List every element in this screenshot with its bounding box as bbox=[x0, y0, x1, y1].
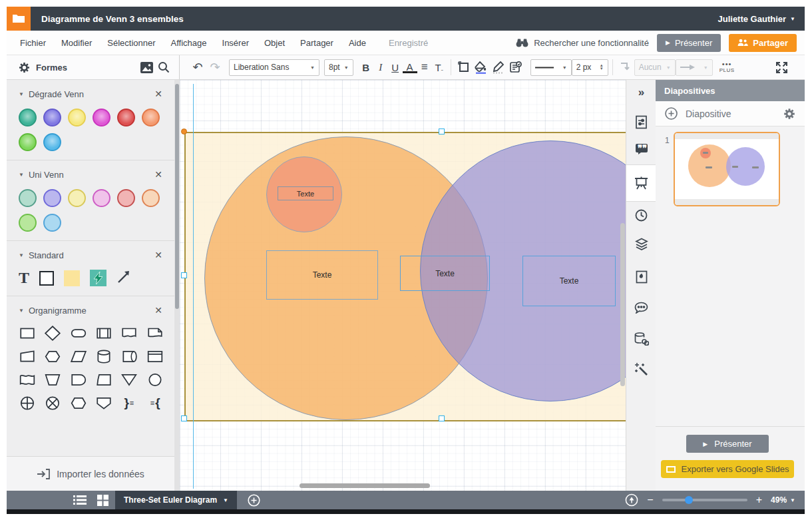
menu-partager[interactable]: Partager bbox=[300, 38, 333, 48]
page-settings-icon[interactable] bbox=[626, 112, 656, 132]
text-shape[interactable]: Texte bbox=[266, 250, 378, 300]
selection-handle[interactable] bbox=[181, 415, 187, 421]
venn-swatch-4[interactable] bbox=[117, 109, 135, 127]
text-options-button[interactable]: T˗ bbox=[432, 62, 447, 73]
close-section-icon[interactable]: ✕ bbox=[154, 169, 162, 180]
font-color-button[interactable]: A bbox=[403, 61, 417, 73]
menu-fichier[interactable]: Fichier bbox=[20, 38, 46, 48]
venn-swatch-3[interactable] bbox=[93, 109, 110, 127]
selection-handle[interactable] bbox=[439, 129, 445, 134]
shape-circle-icon[interactable] bbox=[146, 371, 164, 388]
close-section-icon[interactable]: ✕ bbox=[154, 89, 162, 99]
venn-swatch-2[interactable] bbox=[68, 189, 86, 207]
zoom-slider-thumb[interactable] bbox=[685, 496, 693, 504]
line-style-select[interactable]: ▼ bbox=[530, 59, 572, 76]
layers-icon[interactable] bbox=[626, 234, 656, 254]
close-section-icon[interactable]: ✕ bbox=[154, 250, 162, 260]
zoom-out-icon[interactable]: − bbox=[647, 494, 653, 506]
shape-cylinder-icon[interactable] bbox=[95, 348, 112, 365]
arrow-end-select[interactable]: ▼ bbox=[676, 59, 713, 76]
shape-card-icon[interactable] bbox=[95, 371, 112, 388]
fullscreen-icon[interactable] bbox=[773, 59, 790, 76]
app-logo-icon[interactable] bbox=[7, 7, 31, 31]
selection-handle[interactable] bbox=[181, 272, 187, 278]
fill-color-icon[interactable] bbox=[473, 59, 490, 76]
notes-icon[interactable]: ❞❞ bbox=[626, 138, 656, 158]
underline-button[interactable]: U bbox=[388, 62, 403, 73]
slides-settings-gear-icon[interactable] bbox=[783, 108, 795, 120]
shape-process-icon[interactable] bbox=[95, 324, 112, 342]
shape-parallelogram-icon[interactable] bbox=[70, 348, 87, 365]
text-tool[interactable]: T bbox=[19, 269, 29, 287]
fit-view-icon[interactable] bbox=[625, 493, 638, 507]
selection-handle[interactable] bbox=[439, 415, 445, 421]
font-size-select[interactable]: 8pt ▼ bbox=[324, 59, 353, 76]
menu-inserer[interactable]: Insérer bbox=[222, 38, 249, 48]
sticky-note-tool[interactable] bbox=[64, 270, 80, 286]
shape-flag-icon[interactable] bbox=[19, 371, 36, 388]
shape-delay-icon[interactable] bbox=[70, 371, 87, 388]
collapse-triangle-icon[interactable]: ▼ bbox=[19, 308, 24, 314]
collapse-triangle-icon[interactable]: ▼ bbox=[19, 91, 24, 97]
collapse-triangle-icon[interactable]: ▼ bbox=[19, 172, 24, 178]
zoom-in-icon[interactable]: + bbox=[756, 494, 762, 506]
sidebar-scrollbar-thumb[interactable] bbox=[175, 84, 179, 309]
shape-hexagon-icon[interactable] bbox=[44, 348, 61, 365]
venn-swatch-4[interactable] bbox=[117, 189, 135, 207]
close-section-icon[interactable]: ✕ bbox=[154, 305, 162, 316]
import-data-button[interactable]: Importer les données bbox=[7, 456, 174, 491]
zoom-level[interactable]: 49% ▼ bbox=[771, 495, 795, 505]
export-google-slides-button[interactable]: Exporter vers Google Slides bbox=[661, 460, 794, 478]
history-clock-icon[interactable] bbox=[626, 205, 656, 225]
theme-icon[interactable] bbox=[626, 267, 656, 287]
rotation-handle[interactable] bbox=[181, 129, 187, 134]
page-list-icon[interactable] bbox=[73, 495, 87, 505]
venn-swatch-0[interactable] bbox=[19, 109, 37, 127]
venn-swatch-1[interactable] bbox=[43, 189, 61, 207]
menu-aide[interactable]: Aide bbox=[349, 38, 366, 48]
user-menu[interactable]: Juliette Gauthier ▼ bbox=[718, 14, 796, 24]
venn-swatch-7[interactable] bbox=[43, 214, 61, 232]
shape-manual-operation-icon[interactable] bbox=[19, 348, 36, 365]
add-page-icon[interactable] bbox=[248, 494, 260, 507]
insert-image-icon[interactable] bbox=[138, 59, 155, 76]
present-slides-button[interactable]: ▶ Présenter bbox=[686, 435, 769, 453]
venn-swatch-0[interactable] bbox=[19, 189, 37, 207]
bold-button[interactable]: B bbox=[359, 62, 373, 73]
canvas-horizontal-scrollbar[interactable] bbox=[300, 483, 430, 488]
shape-brace-right-icon[interactable]: }≡ bbox=[120, 394, 138, 411]
text-shape[interactable]: Texte bbox=[522, 256, 616, 306]
line-color-icon[interactable] bbox=[490, 59, 507, 76]
vertical-guide-line[interactable] bbox=[193, 84, 194, 489]
venn-swatch-5[interactable] bbox=[142, 189, 160, 207]
menu-modifier[interactable]: Modifier bbox=[61, 38, 92, 48]
shape-style-icon[interactable] bbox=[507, 59, 524, 76]
page-tab[interactable]: Three-Set Euler Diagram ▼ bbox=[115, 491, 237, 509]
venn-swatch-5[interactable] bbox=[142, 109, 160, 127]
venn-swatch-6[interactable] bbox=[19, 214, 37, 232]
present-button[interactable]: ▶ Présenter bbox=[657, 34, 721, 52]
presentation-icon[interactable] bbox=[626, 173, 656, 193]
undo-icon[interactable]: ↶ bbox=[189, 59, 206, 76]
shape-rectangle-icon[interactable] bbox=[19, 324, 36, 342]
redo-icon[interactable]: ↷ bbox=[206, 59, 224, 76]
shape-stadium-icon[interactable] bbox=[70, 324, 87, 342]
canvas-vertical-scrollbar[interactable] bbox=[620, 223, 625, 386]
rectangle-tool[interactable] bbox=[39, 271, 54, 286]
align-button[interactable]: ≡ bbox=[417, 61, 432, 74]
data-linking-icon[interactable] bbox=[626, 329, 656, 349]
collapse-panel-icon[interactable]: » bbox=[626, 83, 656, 103]
comments-icon[interactable] bbox=[626, 298, 656, 318]
venn-swatch-7[interactable] bbox=[43, 133, 61, 151]
page-grid-icon[interactable] bbox=[97, 495, 108, 506]
add-slide-label[interactable]: Diapositive bbox=[686, 109, 731, 119]
add-circle-icon[interactable] bbox=[665, 107, 678, 120]
arrow-tool[interactable] bbox=[116, 270, 131, 287]
shape-document-fold-icon[interactable] bbox=[146, 324, 164, 342]
italic-button[interactable]: I bbox=[373, 62, 388, 73]
shape-inverted-triangle-icon[interactable] bbox=[120, 371, 138, 388]
shape-inverted-trapezoid-icon[interactable] bbox=[44, 371, 61, 388]
zoom-slider[interactable] bbox=[662, 499, 747, 501]
venn-swatch-1[interactable] bbox=[43, 109, 61, 127]
feature-search[interactable]: Rechercher une fonctionnalité bbox=[516, 38, 649, 48]
